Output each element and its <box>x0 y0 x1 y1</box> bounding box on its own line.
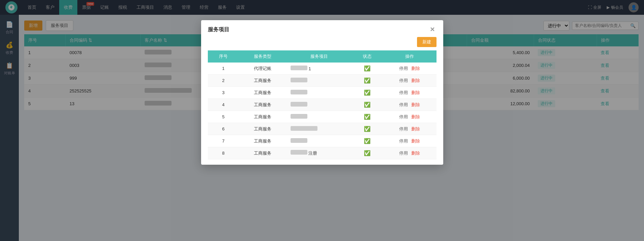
modal-cell-seq: 5 <box>208 111 239 123</box>
delete-button[interactable]: 删除 <box>411 114 420 119</box>
delete-button[interactable]: 删除 <box>411 102 420 107</box>
modal-table-row: 5 工商服务 ✅ 停用 删除 <box>208 111 437 123</box>
modal-cell-type: 代理记账 <box>239 63 286 75</box>
modal-cell-seq: 2 <box>208 75 239 87</box>
modal-cell-item <box>287 111 351 123</box>
modal-cell-item: 注册 <box>287 147 351 159</box>
modal-cell-action: 停用 删除 <box>383 87 436 99</box>
modal-col-seq: 序号 <box>208 50 239 63</box>
modal-cell-action: 停用 删除 <box>383 135 436 147</box>
modal-title: 服务项目 <box>208 26 229 33</box>
modal-cell-status: ✅ <box>351 75 383 87</box>
modal-table-row: 6 工商服务 ✅ 停用 删除 <box>208 123 437 135</box>
delete-button[interactable]: 删除 <box>411 151 420 156</box>
modal-cell-status: ✅ <box>351 99 383 111</box>
stop-button[interactable]: 停用 <box>399 138 408 144</box>
modal-cell-action: 停用 删除 <box>383 123 436 135</box>
modal-body: 序号 服务类型 服务项目 状态 操作 1 代理记账 1 ✅ 停用 删除 2 工商… <box>201 50 443 165</box>
stop-button[interactable]: 停用 <box>399 151 408 156</box>
stop-button[interactable]: 停用 <box>399 90 408 95</box>
modal-cell-status: ✅ <box>351 111 383 123</box>
modal-cell-status: ✅ <box>351 147 383 159</box>
modal-table-row: 3 工商服务 ✅ 停用 删除 <box>208 87 437 99</box>
modal-table-row: 7 工商服务 ✅ 停用 删除 <box>208 135 437 147</box>
modal-cell-action: 停用 删除 <box>383 111 436 123</box>
modal-col-status: 状态 <box>351 50 383 63</box>
delete-button[interactable]: 删除 <box>411 78 420 83</box>
modal-cell-item <box>287 99 351 111</box>
modal-cell-status: ✅ <box>351 123 383 135</box>
modal-cell-type: 工商服务 <box>239 123 286 135</box>
modal-cell-action: 停用 删除 <box>383 147 436 159</box>
modal-cell-type: 工商服务 <box>239 99 286 111</box>
modal-cell-type: 工商服务 <box>239 147 286 159</box>
modal-table-row: 2 工商服务 ✅ 停用 删除 <box>208 75 437 87</box>
modal-cell-type: 工商服务 <box>239 87 286 99</box>
modal-close-button[interactable]: ✕ <box>428 26 437 34</box>
modal-cell-item <box>287 87 351 99</box>
modal-cell-type: 工商服务 <box>239 75 286 87</box>
status-check-icon: ✅ <box>364 114 371 120</box>
modal-new-button[interactable]: 新建 <box>417 37 437 47</box>
modal-cell-item: 1 <box>287 63 351 75</box>
modal-cell-action: 停用 删除 <box>383 63 436 75</box>
stop-button[interactable]: 停用 <box>399 114 408 119</box>
service-modal: 服务项目 ✕ 新建 序号 服务类型 服务项目 状态 操作 <box>201 20 443 165</box>
modal-cell-item <box>287 75 351 87</box>
modal-table-header: 序号 服务类型 服务项目 状态 操作 <box>208 50 437 63</box>
status-check-icon: ✅ <box>364 90 371 95</box>
modal-col-action: 操作 <box>383 50 436 63</box>
delete-button[interactable]: 删除 <box>411 138 420 144</box>
modal-cell-seq: 4 <box>208 99 239 111</box>
modal-cell-seq: 7 <box>208 135 239 147</box>
modal-cell-action: 停用 删除 <box>383 99 436 111</box>
modal-col-type: 服务类型 <box>239 50 286 63</box>
status-check-icon: ✅ <box>364 78 371 83</box>
modal-cell-status: ✅ <box>351 87 383 99</box>
modal-cell-type: 工商服务 <box>239 111 286 123</box>
modal-cell-action: 停用 删除 <box>383 75 436 87</box>
modal-overlay[interactable]: 服务项目 ✕ 新建 序号 服务类型 服务项目 状态 操作 <box>0 0 644 241</box>
status-check-icon: ✅ <box>364 150 371 156</box>
modal-cell-seq: 1 <box>208 63 239 75</box>
delete-button[interactable]: 删除 <box>411 126 420 131</box>
service-table: 序号 服务类型 服务项目 状态 操作 1 代理记账 1 ✅ 停用 删除 2 工商… <box>208 50 437 159</box>
modal-cell-status: ✅ <box>351 63 383 75</box>
stop-button[interactable]: 停用 <box>399 126 408 131</box>
stop-button[interactable]: 停用 <box>399 78 408 83</box>
modal-table-row: 8 工商服务 注册 ✅ 停用 删除 <box>208 147 437 159</box>
modal-table-row: 1 代理记账 1 ✅ 停用 删除 <box>208 63 437 75</box>
delete-button[interactable]: 删除 <box>411 90 420 95</box>
modal-header: 服务项目 ✕ <box>201 20 443 37</box>
modal-cell-seq: 3 <box>208 87 239 99</box>
modal-cell-item <box>287 135 351 147</box>
delete-button[interactable]: 删除 <box>411 66 420 71</box>
stop-button[interactable]: 停用 <box>399 66 408 71</box>
modal-cell-status: ✅ <box>351 135 383 147</box>
status-check-icon: ✅ <box>364 126 371 132</box>
modal-cell-seq: 8 <box>208 147 239 159</box>
modal-cell-item <box>287 123 351 135</box>
stop-button[interactable]: 停用 <box>399 102 408 107</box>
modal-cell-type: 工商服务 <box>239 135 286 147</box>
status-check-icon: ✅ <box>364 138 371 144</box>
modal-cell-seq: 6 <box>208 123 239 135</box>
modal-toolbar: 新建 <box>201 37 443 50</box>
status-check-icon: ✅ <box>364 66 371 71</box>
modal-col-item: 服务项目 <box>287 50 351 63</box>
modal-table-row: 4 工商服务 ✅ 停用 删除 <box>208 99 437 111</box>
status-check-icon: ✅ <box>364 102 371 108</box>
